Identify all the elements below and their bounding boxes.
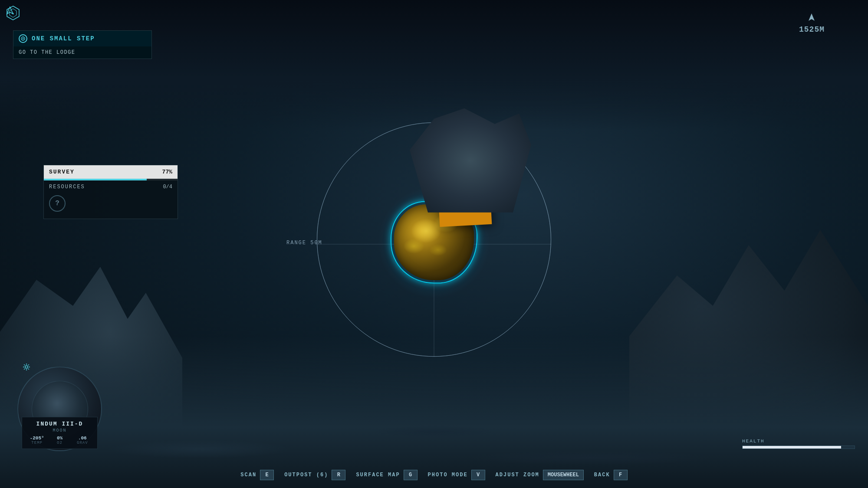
action-item-5[interactable]: BACKF [594, 470, 628, 480]
action-key-1[interactable]: R [332, 470, 345, 480]
health-label: HEALTH [742, 439, 855, 444]
action-label-3: PHOTO MODE [428, 472, 468, 478]
resources-count: 0/4 [163, 184, 172, 190]
planet-widget: INDUM III-D MOON -205° TEMP 0% O2 .06 GR… [17, 367, 102, 449]
o2-label: O2 [49, 441, 70, 445]
planet-info-panel: INDUM III-D MOON -205° TEMP 0% O2 .06 GR… [22, 417, 98, 449]
planet-stats: -205° TEMP 0% O2 .06 GRAV [26, 436, 93, 445]
svg-marker-6 [809, 13, 815, 21]
planet-name: INDUM III-D [26, 421, 93, 427]
action-label-4: ADJUST ZOOM [496, 472, 539, 478]
action-key-5[interactable]: F [614, 470, 628, 480]
ground-texture [43, 380, 825, 466]
action-key-3[interactable]: V [471, 470, 485, 480]
quest-title-row: ONE SMALL STEP [13, 31, 151, 46]
planet-stat-o2: 0% O2 [49, 436, 70, 445]
health-panel: HEALTH [742, 439, 855, 449]
sky-layer [0, 0, 868, 130]
action-key-0[interactable]: E [260, 470, 274, 480]
temp-label: TEMP [26, 441, 47, 445]
scan-range-label: RANGE 50M [286, 240, 322, 246]
action-item-0[interactable]: SCANE [240, 470, 274, 480]
o2-value: 0% [49, 436, 70, 441]
quest-title: ONE SMALL STEP [32, 35, 95, 42]
action-item-3[interactable]: PHOTO MODEV [428, 470, 485, 480]
action-item-2[interactable]: SURFACE MAPG [356, 470, 417, 480]
distance-icon [799, 13, 825, 24]
planet-stat-grav: .06 GRAV [72, 436, 93, 445]
svg-point-5 [23, 38, 24, 39]
resources-header: RESOURCES 0/4 [44, 180, 178, 192]
action-label-2: SURFACE MAP [356, 472, 400, 478]
survey-header: SURVEY 77% [44, 165, 178, 179]
svg-marker-3 [7, 7, 13, 14]
action-label-5: BACK [594, 472, 610, 478]
action-bar: SCANEOUTPOST (6)RSURFACE MAPGPHOTO MODEV… [0, 462, 868, 488]
resources-label: RESOURCES [49, 184, 85, 190]
grav-label: GRAV [72, 441, 93, 445]
quest-panel: ONE SMALL STEP GO TO THE LODGE [13, 30, 152, 59]
temp-value: -205° [26, 436, 47, 441]
action-item-1[interactable]: OUTPOST (6)R [284, 470, 345, 480]
planet-stat-temp: -205° TEMP [26, 436, 47, 445]
distance-value: 1525M [799, 25, 825, 34]
action-key-4[interactable]: MOUSEWHEEL [543, 470, 584, 480]
survey-percent: 77% [162, 169, 172, 175]
planet-type: MOON [26, 428, 93, 433]
svg-point-7 [25, 366, 28, 368]
health-bar-fill [743, 446, 841, 449]
quest-subtitle: GO TO THE LODGE [13, 46, 151, 59]
action-key-2[interactable]: G [404, 470, 418, 480]
distance-indicator: 1525M [799, 13, 825, 34]
direction-arrow [6, 6, 14, 18]
survey-label: SURVEY [49, 169, 75, 175]
resource-unknown: ? [49, 195, 66, 212]
health-bar-background [742, 445, 855, 449]
quest-icon [19, 34, 27, 43]
survey-panel: SURVEY 77% RESOURCES 0/4 ? [43, 165, 178, 219]
action-label-0: SCAN [240, 472, 256, 478]
action-label-1: OUTPOST (6) [284, 472, 328, 478]
grav-value: .06 [72, 436, 93, 441]
action-item-4[interactable]: ADJUST ZOOMMOUSEWHEEL [496, 470, 584, 480]
gear-icon [23, 363, 30, 373]
